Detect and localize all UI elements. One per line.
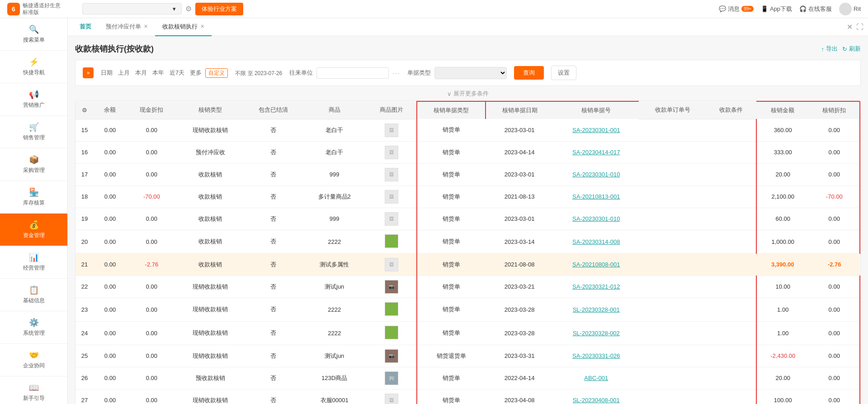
maximize-icon[interactable]: ⛶ [856,23,863,31]
counterparty-input[interactable] [316,67,389,79]
table-row: 22 0.00 0.00 现销收款核销 否 测试jun 📷 销货单 2023-0… [75,276,860,298]
row-product-img: 🏢 [366,367,417,389]
row-amount: 60.00 [756,208,809,230]
row-bill-date: 2021-08-13 [486,185,553,208]
table-body: 15 0.00 0.00 现销收款核销 否 老白干 🖼 销货单 2023-03-… [75,119,860,404]
row-discount: 0.00 [809,345,860,367]
row-receipt-no [639,321,706,345]
product-image [385,234,398,248]
date-this-year[interactable]: 本年 [151,68,166,78]
bill-no-link[interactable]: SA-20230414-017 [572,149,620,156]
tab-prepay[interactable]: 预付冲应付单 ✕ [99,18,155,36]
search-box[interactable]: ▾ [82,3,182,14]
tab-collection-close[interactable]: ✕ [200,24,204,29]
logo-icon: 6 [7,3,20,15]
message-btn[interactable]: 💬 消息 99+ [719,5,754,13]
row-included: 否 [244,141,303,163]
row-bill-no: SA-20210808-001 [553,253,639,276]
tab-home[interactable]: 首页 [72,18,99,36]
date-prev-month[interactable]: 上月 [116,68,132,78]
table-row: 25 0.00 0.00 现销收款核销 否 测试jun 📷 销货退货单 2023… [75,345,860,367]
bill-no-link[interactable]: SA-20230301-010 [572,171,620,178]
close-tab-icon[interactable]: ✕ [847,23,853,31]
gear-icon[interactable]: ⚙ [185,5,192,13]
expand-more-bar[interactable]: ∨ 展开更多条件 [75,90,861,98]
sidebar-item-enterprise[interactable]: 🤝 企业协同 [0,344,67,376]
row-id: 20 [75,230,94,253]
sidebar-item-label: 基础信息 [23,297,45,304]
row-balance: 0.00 [94,163,127,185]
row-condition [706,389,756,404]
bill-no-link[interactable]: SA-20230321-012 [572,283,620,290]
sidebar-item-system[interactable]: ⚙️ 系统管理 [0,311,67,344]
tab-collection[interactable]: 收款核销执行 ✕ [155,18,212,36]
topbar-search: ▾ ⚙ 体验行业方案 [82,3,712,15]
settings-icon: ⚙️ [29,318,39,328]
online-service-btn[interactable]: 🎧 在线客服 [799,5,832,13]
row-type: 现销收款核销 [177,345,244,367]
sidebar-item-guide[interactable]: 📖 新手引导 [0,376,67,404]
table-row: 17 0.00 0.00 收款核销 否 999 🖼 销货单 2023-03-01… [75,163,860,185]
row-included: 否 [244,345,303,367]
row-id: 18 [75,185,94,208]
col-settings[interactable]: ⚙ [75,101,94,119]
export-button[interactable]: ↑ 导出 [821,45,838,53]
row-product-img [366,230,417,253]
bill-no-link[interactable]: SA-20210813-001 [572,193,620,200]
table-header-row: ⚙ 余额 现金折扣 核销类型 包含已结清 商品 商品图片 核销单据类型 核销单据… [75,101,860,119]
filter-expand-button[interactable]: » [83,67,94,78]
row-type: 收款核销 [177,208,244,230]
bill-type-select[interactable] [434,67,507,79]
tab-prepay-close[interactable]: ✕ [144,24,148,29]
row-balance: 0.00 [94,345,127,367]
row-included: 否 [244,253,303,276]
row-bill-no: SA-20210813-001 [553,185,639,208]
bill-no-link[interactable]: SA-20210808-001 [572,261,620,268]
bill-no-link[interactable]: SL-20230328-002 [573,330,620,337]
table-row: 20 0.00 0.00 收款核销 否 2222 销货单 2023-03-14 … [75,230,860,253]
sidebar-item-operations[interactable]: 📊 经营管理 [0,246,67,279]
bill-no-link[interactable]: SA-20230301-001 [572,127,620,133]
row-bill-date: 2023-03-31 [486,345,553,367]
row-bill-no: SL-20230408-001 [553,389,639,404]
bill-no-link[interactable]: SA-20230314-008 [572,238,620,245]
row-included: 否 [244,163,303,185]
product-image: 🖼 [385,212,398,226]
bill-no-link[interactable]: SA-20230331-026 [572,352,620,359]
row-bill-date: 2021-08-08 [486,253,553,276]
row-balance: 0.00 [94,230,127,253]
row-product: 2222 [302,321,366,345]
sidebar-item-purchase[interactable]: 📦 采购管理 [0,148,67,181]
sidebar-item-finance[interactable]: 💰 资金管理 [0,214,67,246]
sidebar-item-search[interactable]: 🔍 搜索菜单 [0,18,67,51]
row-bill-type: 销货单 [417,163,486,185]
date-7days[interactable]: 近7天 [168,68,186,78]
sidebar-item-base-info[interactable]: 📋 基础信息 [0,279,67,311]
bill-no-link[interactable]: SL-20230408-001 [573,397,620,404]
date-custom-btn[interactable]: 自定义 [205,68,228,78]
user-menu[interactable]: Rit [839,3,861,15]
bill-no-link[interactable]: SL-20230328-001 [573,306,620,313]
box-icon: 📦 [29,155,39,165]
industry-solution-button[interactable]: 体验行业方案 [195,3,243,15]
sidebar-item-label: 经营管理 [23,264,45,272]
product-image: 🏢 [385,371,398,385]
sidebar-item-shortcut[interactable]: ⚡ 快捷导航 [0,51,67,83]
cart-icon: 🛒 [29,122,39,132]
row-bill-no: SA-20230301-010 [553,208,639,230]
bill-no-link[interactable]: SA-20230301-010 [572,215,620,222]
row-receipt-no [639,298,706,321]
row-product: 2222 [302,298,366,321]
refresh-button[interactable]: ↻ 刷新 [842,45,861,53]
date-this-month[interactable]: 本月 [133,68,149,78]
sidebar-item-marketing[interactable]: 📢 营销推广 [0,83,67,116]
sidebar-item-inventory[interactable]: 🏪 库存核算 [0,181,67,214]
setting-button[interactable]: 设置 [551,66,576,80]
search-button[interactable]: 查询 [514,66,544,80]
sidebar-item-sales[interactable]: 🛒 销售管理 [0,116,67,148]
date-more[interactable]: 更多 [188,68,203,78]
bill-no-link[interactable]: ABC-001 [584,375,608,381]
row-type: 现销收款核销 [177,119,244,141]
sidebar-item-label: 资金管理 [23,232,45,239]
app-download-btn[interactable]: 📱 App下载 [761,5,792,13]
